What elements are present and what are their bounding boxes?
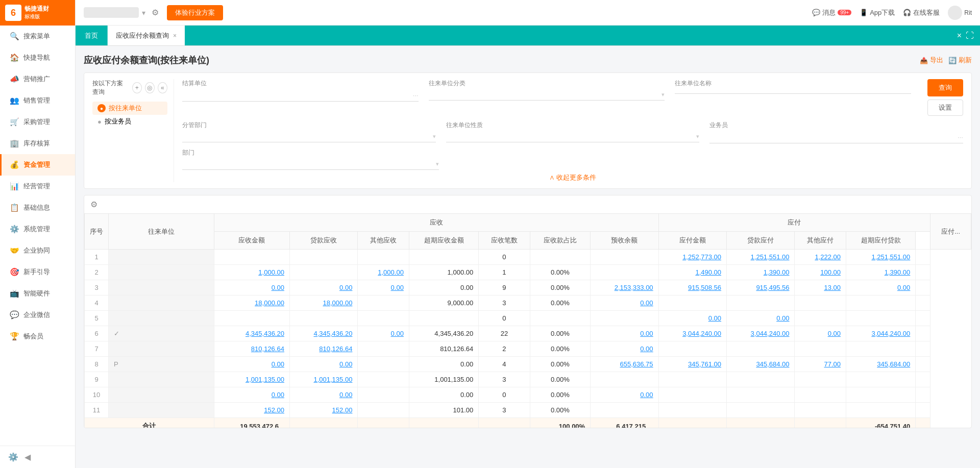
window-expand-icon[interactable]: ⛶ bbox=[966, 31, 974, 40]
partner-nature-input[interactable]: ▾ bbox=[446, 131, 700, 142]
cell-link[interactable]: 1,001,135.00 bbox=[313, 376, 352, 383]
sidebar-item-system[interactable]: ⚙️ 系统管理 bbox=[0, 218, 75, 240]
cell-link[interactable]: 1,001,135.00 bbox=[246, 376, 284, 383]
scheme-item-by-partner[interactable]: ● 按往来单位 bbox=[92, 102, 167, 115]
sidebar-item-purchase[interactable]: 🛒 采购管理 bbox=[0, 111, 75, 133]
cell-link[interactable]: 1,222.00 bbox=[815, 253, 841, 261]
total-prepay-balance[interactable]: 6,417,215.... bbox=[591, 418, 658, 428]
cell-link[interactable]: 0.00 bbox=[339, 360, 352, 368]
cell-link[interactable]: 1,252,773.00 bbox=[682, 253, 721, 261]
app-download-item[interactable]: 📱 App下载 bbox=[860, 8, 895, 17]
total-receivable-amount[interactable]: 19,553,472,6... bbox=[214, 418, 289, 428]
export-label: 导出 bbox=[930, 56, 943, 65]
sidebar-item-search-menu[interactable]: 🔍 搜索菜单 bbox=[0, 26, 75, 47]
cell-link[interactable]: 3,044,240.00 bbox=[871, 330, 910, 337]
sidebar-item-operations[interactable]: 📊 经营管理 bbox=[0, 176, 75, 197]
cell-link[interactable]: 1,390.00 bbox=[885, 268, 911, 276]
cell-link[interactable]: 0.00 bbox=[391, 284, 404, 291]
cell-link[interactable]: 3,044,240.00 bbox=[682, 330, 721, 337]
cell-link[interactable]: 655,636.75 bbox=[620, 360, 653, 368]
message-item[interactable]: 💬 消息 99+ bbox=[812, 8, 851, 17]
cell-link[interactable]: 0.00 bbox=[391, 330, 404, 337]
sidebar-item-inventory[interactable]: 🏢 库存核算 bbox=[0, 133, 75, 154]
scheme-add-btn[interactable]: + bbox=[132, 82, 142, 93]
gear-icon[interactable]: ⚙ bbox=[152, 8, 159, 17]
cell-link[interactable]: 1,251,551.00 bbox=[871, 253, 910, 261]
cell-link[interactable]: 0.00 bbox=[640, 345, 653, 353]
sidebar-item-basics[interactable]: 📋 基础信息 bbox=[0, 197, 75, 218]
settlement-unit-input[interactable]: ··· bbox=[182, 89, 419, 102]
sidebar-item-enterprise[interactable]: 🤝 企业协同 bbox=[0, 240, 75, 261]
cell-link[interactable]: 0.00 bbox=[828, 330, 841, 337]
online-service-item[interactable]: 🎧 在线客服 bbox=[903, 8, 940, 17]
cell-link[interactable]: 0.00 bbox=[272, 284, 284, 291]
partner-category-input[interactable]: ▾ bbox=[429, 89, 665, 101]
cell-link[interactable]: 915,495.56 bbox=[756, 284, 789, 291]
cell-link[interactable]: 0.00 bbox=[640, 330, 653, 337]
table-settings-icon[interactable]: ⚙ bbox=[90, 200, 97, 209]
refresh-button[interactable]: 🔄 刷新 bbox=[948, 56, 972, 65]
cell-link[interactable]: 1,490.00 bbox=[695, 268, 721, 276]
tab-active[interactable]: 应收应付余额查询 × bbox=[108, 26, 185, 45]
tab-close-icon[interactable]: × bbox=[173, 32, 177, 39]
cell-link[interactable]: 152.00 bbox=[264, 406, 284, 414]
cell-link[interactable]: 2,153,333.00 bbox=[615, 284, 653, 291]
table-scroll[interactable]: 序号 往来单位 应收 应付 应付... 应收金额 贷款应收 其他应收 超期应收金… bbox=[84, 213, 971, 428]
cell-link[interactable]: 0.00 bbox=[272, 391, 284, 399]
breadcrumb-expand-icon[interactable]: ▾ bbox=[142, 9, 145, 17]
sidebar-item-hardware[interactable]: 📺 智能硬件 bbox=[0, 283, 75, 304]
partner-name-input[interactable] bbox=[675, 89, 911, 94]
cell-link[interactable]: 0.00 bbox=[640, 299, 653, 307]
cell-link[interactable]: 4,345,436.20 bbox=[246, 330, 284, 337]
cell-link[interactable]: 1,000.00 bbox=[258, 268, 284, 276]
more-conditions-btn[interactable]: ∧ 收起更多条件 bbox=[182, 173, 963, 182]
cell-link[interactable]: 3,044,240.00 bbox=[751, 330, 790, 337]
cell-link[interactable]: 0.00 bbox=[897, 284, 910, 291]
cell-link[interactable]: 1,000.00 bbox=[378, 268, 404, 276]
cell-link[interactable]: 18,000.00 bbox=[323, 299, 353, 307]
sidebar-item-sales[interactable]: 👥 销售管理 bbox=[0, 90, 75, 111]
cell-link[interactable]: 345,684.00 bbox=[756, 360, 789, 368]
sidebar-item-finance[interactable]: 💰 资金管理 bbox=[0, 154, 75, 176]
cell-link[interactable]: 0.00 bbox=[339, 284, 352, 291]
cell-link[interactable]: 152.00 bbox=[332, 406, 353, 414]
cell-link[interactable]: 0.00 bbox=[708, 314, 721, 322]
cell-link[interactable]: 1,390.00 bbox=[764, 268, 790, 276]
wechat-icon: 💬 bbox=[10, 310, 19, 319]
cell-link[interactable]: 13.00 bbox=[824, 284, 841, 291]
query-button[interactable]: 查询 bbox=[927, 79, 963, 96]
dept-manager-input[interactable]: ▾ bbox=[182, 131, 436, 142]
cell-link[interactable]: 1,251,551.00 bbox=[751, 253, 790, 261]
scheme-item-by-staff[interactable]: ● 按业务员 bbox=[92, 115, 167, 128]
sidebar-collapse-icon[interactable]: ◀ bbox=[24, 452, 31, 462]
cell-link[interactable]: 810,126.64 bbox=[319, 345, 352, 353]
sidebar-item-wechat[interactable]: 💬 企业微信 bbox=[0, 304, 75, 326]
sidebar-item-member[interactable]: 🏆 畅会员 bbox=[0, 326, 75, 347]
promo-button[interactable]: 体验行业方案 bbox=[167, 5, 223, 20]
salesman-input[interactable]: ··· bbox=[709, 131, 963, 143]
sidebar-settings-icon[interactable]: ⚙️ bbox=[8, 452, 18, 462]
cell-link[interactable]: 345,761.00 bbox=[688, 360, 721, 368]
export-button[interactable]: 📤 导出 bbox=[920, 56, 943, 65]
cell-link[interactable]: 810,126.64 bbox=[251, 345, 284, 353]
cell-link[interactable]: 0.00 bbox=[272, 360, 284, 368]
sidebar-item-marketing[interactable]: 📣 营销推广 bbox=[0, 68, 75, 90]
cell-link[interactable]: 0.00 bbox=[640, 391, 653, 399]
sidebar-item-guide[interactable]: 🎯 新手引导 bbox=[0, 261, 75, 283]
cell-link[interactable]: 18,000.00 bbox=[255, 299, 284, 307]
cell-link[interactable]: 915,508.56 bbox=[688, 284, 721, 291]
cell-link[interactable]: 100.00 bbox=[820, 268, 841, 276]
cell-link[interactable]: 0.00 bbox=[339, 391, 352, 399]
dept-input[interactable]: ▾ bbox=[182, 159, 439, 170]
cell-link[interactable]: 4,345,436.20 bbox=[313, 330, 352, 337]
setting-button[interactable]: 设置 bbox=[927, 100, 963, 116]
sidebar-item-quick-nav[interactable]: 🏠 快捷导航 bbox=[0, 47, 75, 68]
cell-link[interactable]: 345,684.00 bbox=[877, 360, 910, 368]
scheme-collapse-btn[interactable]: « bbox=[158, 82, 167, 93]
window-close-icon[interactable]: × bbox=[957, 31, 962, 40]
scheme-edit-btn[interactable]: ◎ bbox=[145, 82, 155, 93]
tab-home[interactable]: 首页 bbox=[76, 26, 108, 45]
user-item[interactable]: Rit bbox=[948, 6, 972, 20]
cell-link[interactable]: 77.00 bbox=[824, 360, 841, 368]
cell-link[interactable]: 0.00 bbox=[776, 314, 789, 322]
